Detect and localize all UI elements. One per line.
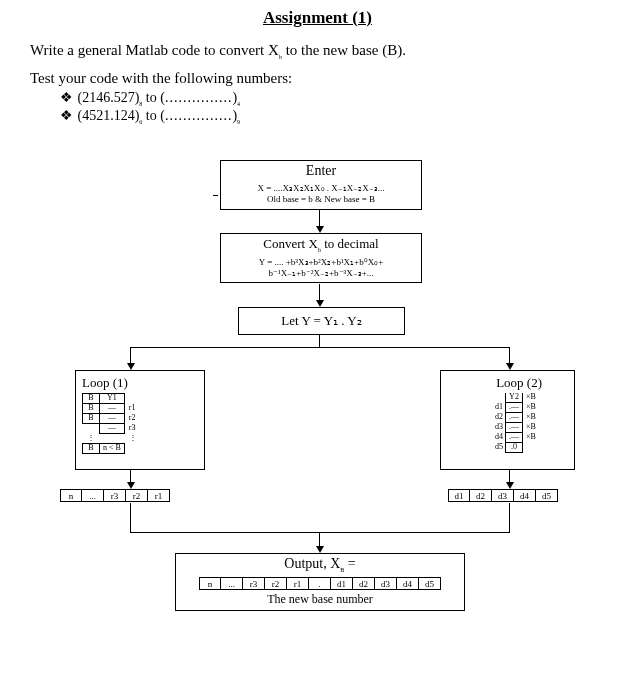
page-title: Assignment (1) [30, 8, 605, 28]
loop1-result-cells: n ... r3 r2 r1 [60, 489, 170, 502]
loop2-title: Loop (2) [447, 375, 568, 391]
connector-line [130, 503, 131, 533]
let-box: Let Y = Y₁ . Y₂ [238, 307, 405, 335]
arrow-down-icon [316, 300, 324, 307]
output-footer: The new base number [176, 592, 464, 610]
arrow-down-icon [316, 546, 324, 553]
prompt-post: to the new base (B). [282, 42, 406, 58]
loop2-box: Loop (2) Y2×B d1.—×B d2.—×B d3.—×B d4.—×… [440, 370, 575, 470]
convert-box: Convert Xb to decimal Y = .... +b³X₃+b²X… [220, 233, 422, 283]
test-mid: to ( [142, 90, 165, 105]
to-base-sub: 4 [237, 101, 240, 107]
test-item: ❖ (4521.124)6 to (...............)9 [60, 107, 605, 125]
loop1-division-table: BY1 B—r1 B—r2 —r3 ⋮⋮ Bn < B [82, 393, 143, 454]
arrow-down-icon [316, 226, 324, 233]
convert-heading-pre: Convert X [263, 236, 318, 251]
arrow-down-icon [506, 363, 514, 370]
flowchart: Enter X = ....X₃X₂X₁X₀ . X₋₁X₋₂X₋₃... Ol… [0, 150, 635, 690]
to-base-sub: 9 [237, 119, 240, 125]
blank-dots: ............... [165, 90, 233, 105]
output-title: Output, XB = [176, 554, 464, 573]
test-intro: Test your code with the following number… [30, 70, 605, 87]
test-list: ❖ (2146.527)8 to (...............)4 ❖ (4… [60, 89, 605, 125]
assignment-page: Assignment (1) Write a general Matlab co… [0, 0, 635, 700]
enter-line2: Old base = b & New base = B [225, 194, 417, 205]
tick-mark [213, 195, 218, 196]
convert-line2: b⁻¹X₋₁+b⁻²X₋₂+b⁻³X₋₃+... [225, 268, 417, 279]
connector-line [509, 503, 510, 533]
test-number: (2146.527) [78, 90, 140, 105]
prompt-line: Write a general Matlab code to convert X… [30, 42, 605, 60]
enter-box: Enter X = ....X₃X₂X₁X₀ . X₋₁X₋₂X₋₃... Ol… [220, 160, 422, 210]
diamond-bullet-icon: ❖ [60, 89, 74, 106]
loop1-box: Loop (1) BY1 B—r1 B—r2 —r3 ⋮⋮ Bn < B [75, 370, 205, 470]
loop2-mult-table: Y2×B d1.—×B d2.—×B d3.—×B d4.—×B d5.0 [489, 393, 539, 453]
arrow-down-icon [127, 363, 135, 370]
convert-heading-post: to decimal [321, 236, 379, 251]
diamond-bullet-icon: ❖ [60, 107, 74, 124]
output-box: Output, XB = n ... r3 r2 r1 . d1 d2 d3 d… [175, 553, 465, 611]
arrow-down-icon [506, 482, 514, 489]
test-item: ❖ (2146.527)8 to (...............)4 [60, 89, 605, 107]
enter-line1: X = ....X₃X₂X₁X₀ . X₋₁X₋₂X₋₃... [225, 183, 417, 194]
prompt-pre: Write a general Matlab code to convert X [30, 42, 279, 58]
test-number: (4521.124) [78, 108, 140, 123]
enter-heading: Enter [221, 161, 421, 181]
arrow-down-icon [127, 482, 135, 489]
connector-line [319, 334, 320, 348]
connector-line [130, 347, 510, 348]
loop2-result-cells: d1 d2 d3 d4 d5 [448, 489, 558, 502]
test-mid: to ( [142, 108, 165, 123]
output-result-cells: n ... r3 r2 r1 . d1 d2 d3 d4 d5 [199, 577, 441, 590]
blank-dots: ............... [165, 108, 233, 123]
loop1-title: Loop (1) [82, 375, 198, 391]
convert-line1: Y = .... +b³X₃+b²X₂+b¹X₁+b⁰X₀+ [225, 257, 417, 268]
let-heading: Let Y = Y₁ . Y₂ [239, 308, 404, 334]
